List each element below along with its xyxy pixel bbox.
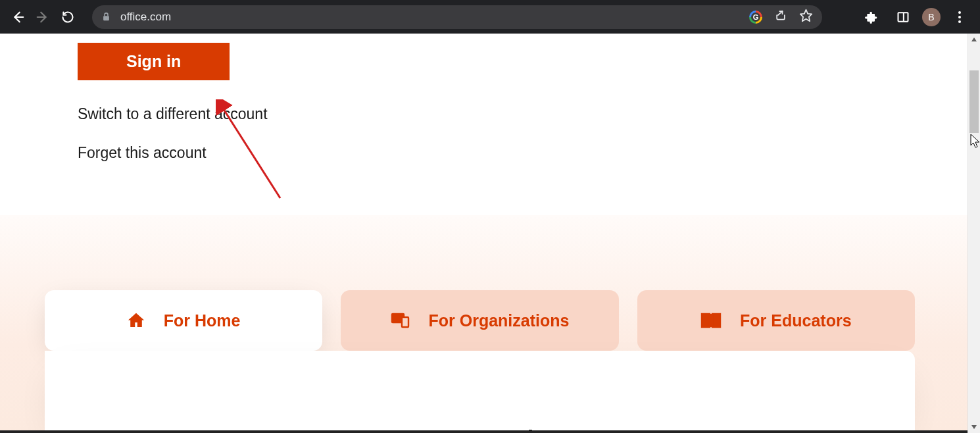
- content-panel: Free or premium: Microsoft 365 has you c…: [45, 351, 915, 430]
- page-content: Sign in Switch to a different account Fo…: [0, 34, 968, 433]
- book-icon: [700, 312, 722, 329]
- share-icon[interactable]: [774, 9, 787, 25]
- svg-marker-11: [971, 425, 977, 429]
- mouse-cursor-icon: [970, 134, 980, 149]
- svg-rect-2: [103, 16, 109, 20]
- svg-marker-10: [971, 38, 977, 41]
- tab-label: For Educators: [740, 311, 851, 330]
- menu-kebab[interactable]: [947, 5, 972, 30]
- back-button[interactable]: [5, 5, 30, 30]
- switch-account-link[interactable]: Switch to a different account: [78, 105, 968, 123]
- tab-label: For Organizations: [429, 311, 570, 330]
- svg-rect-8: [402, 317, 408, 327]
- scroll-down-button[interactable]: [968, 421, 980, 433]
- reload-button[interactable]: [55, 5, 80, 30]
- extensions-icon[interactable]: [859, 5, 884, 30]
- profile-avatar[interactable]: B: [922, 8, 941, 26]
- headline-line-1: Free or premium:: [382, 426, 577, 433]
- tab-label: For Home: [164, 311, 241, 330]
- lock-icon: [101, 11, 111, 22]
- omnibox-actions: [749, 9, 813, 26]
- audience-tabs: For Home For Organizations For Educators: [45, 290, 915, 351]
- tab-for-educators[interactable]: For Educators: [637, 290, 915, 351]
- tab-for-home[interactable]: For Home: [45, 290, 322, 351]
- home-icon: [127, 311, 145, 330]
- address-bar[interactable]: office.com: [92, 5, 822, 29]
- forward-button[interactable]: [30, 5, 55, 30]
- headline: Free or premium: Microsoft 365 has you c…: [45, 424, 915, 433]
- bookmark-star-icon[interactable]: [799, 9, 813, 26]
- google-icon[interactable]: [749, 11, 762, 24]
- svg-marker-3: [800, 9, 812, 21]
- forget-account-link[interactable]: Forget this account: [78, 144, 968, 162]
- browser-toolbar: office.com B: [0, 0, 980, 34]
- panel-icon[interactable]: [891, 5, 916, 30]
- scroll-up-button[interactable]: [968, 34, 980, 45]
- scroll-thumb[interactable]: [969, 70, 979, 133]
- vertical-scrollbar[interactable]: [968, 34, 980, 433]
- sign-in-button[interactable]: Sign in: [78, 43, 230, 80]
- avatar-initial: B: [928, 12, 934, 22]
- devices-icon: [391, 312, 410, 329]
- tab-for-organizations[interactable]: For Organizations: [341, 290, 618, 351]
- url-text: office.com: [120, 11, 749, 24]
